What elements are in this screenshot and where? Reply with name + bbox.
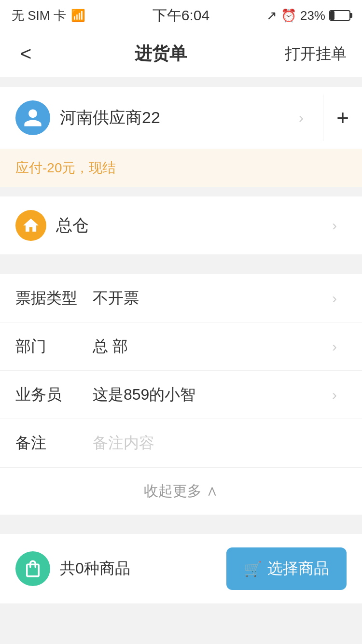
- salesperson-row[interactable]: 业务员 这是859的小智 ›: [0, 371, 362, 419]
- carrier-text: 无 SIM 卡: [12, 7, 66, 24]
- mid-divider-1: [0, 187, 362, 196]
- remark-row[interactable]: 备注 备注内容: [0, 419, 362, 467]
- invoice-type-arrow: ›: [332, 290, 337, 307]
- supplier-avatar: [15, 100, 50, 135]
- battery-bar: [329, 10, 350, 21]
- page-title: 进货单: [135, 42, 187, 66]
- invoice-type-label: 票据类型: [15, 288, 93, 309]
- notice-text: 应付-20元，现结: [15, 160, 116, 175]
- mid-divider-3: [0, 515, 362, 524]
- status-time: 下午6:04: [153, 6, 209, 26]
- salesperson-arrow: ›: [332, 387, 337, 403]
- add-supplier-button[interactable]: +: [323, 87, 362, 149]
- alarm-icon: ⏰: [281, 8, 296, 23]
- shopping-bag-icon: [23, 559, 43, 579]
- supplier-arrow-icon: ›: [299, 110, 304, 126]
- battery-text: 23%: [300, 8, 325, 23]
- warehouse-row[interactable]: 总仓 ›: [0, 196, 362, 255]
- supplier-section: 河南供应商22›+ 应付-20元，现结: [0, 87, 362, 187]
- salesperson-value: 这是859的小智: [93, 384, 332, 406]
- wifi-icon: 📶: [71, 9, 85, 22]
- page-container: 无 SIM 卡 📶 下午6:04 ↗ ⏰ 23% < 进货单 打开挂单 河南供应…: [0, 0, 362, 644]
- form-section: 票据类型 不开票 › 部门 总 部 › 业务员 这是859的小智 › 备注 备注…: [0, 274, 362, 515]
- home-icon: [22, 216, 40, 235]
- top-divider: [0, 77, 362, 87]
- supplier-select-area[interactable]: 河南供应商22›: [0, 87, 323, 149]
- warehouse-icon: [15, 210, 46, 241]
- supplier-name: 河南供应商22: [60, 107, 299, 129]
- open-pending-button[interactable]: 打开挂单: [285, 43, 347, 65]
- product-count-label: 共0种商品: [60, 558, 226, 579]
- battery-fill: [330, 11, 334, 20]
- invoice-type-value: 不开票: [93, 288, 332, 309]
- select-product-label: 选择商品: [267, 558, 329, 579]
- nav-bar: < 进货单 打开挂单: [0, 31, 362, 77]
- mid-divider-2: [0, 255, 362, 265]
- status-left: 无 SIM 卡 📶: [12, 7, 85, 24]
- person-icon: [22, 107, 43, 128]
- department-label: 部门: [15, 336, 93, 357]
- back-button[interactable]: <: [15, 38, 36, 70]
- warehouse-section: 总仓 ›: [0, 196, 362, 255]
- product-icon-circle: [15, 551, 50, 586]
- salesperson-label: 业务员: [15, 384, 93, 406]
- department-row[interactable]: 部门 总 部 ›: [0, 322, 362, 371]
- select-product-icon: 🛒: [244, 560, 262, 577]
- status-right: ↗ ⏰ 23%: [266, 8, 350, 23]
- remark-label: 备注: [15, 433, 93, 454]
- warehouse-arrow-icon: ›: [332, 217, 337, 234]
- select-product-button[interactable]: 🛒 选择商品: [226, 547, 347, 590]
- remark-input[interactable]: 备注内容: [93, 433, 347, 454]
- collapse-button[interactable]: 收起更多 ∧: [0, 467, 362, 515]
- product-section: 共0种商品 🛒 选择商品: [0, 534, 362, 603]
- location-icon: ↗: [266, 8, 277, 23]
- department-value: 总 部: [93, 336, 332, 357]
- department-arrow: ›: [332, 338, 337, 355]
- status-bar: 无 SIM 卡 📶 下午6:04 ↗ ⏰ 23%: [0, 0, 362, 31]
- notice-bar: 应付-20元，现结: [0, 149, 362, 187]
- collapse-label: 收起更多 ∧: [144, 483, 218, 499]
- invoice-type-row[interactable]: 票据类型 不开票 ›: [0, 274, 362, 322]
- warehouse-name: 总仓: [56, 214, 332, 237]
